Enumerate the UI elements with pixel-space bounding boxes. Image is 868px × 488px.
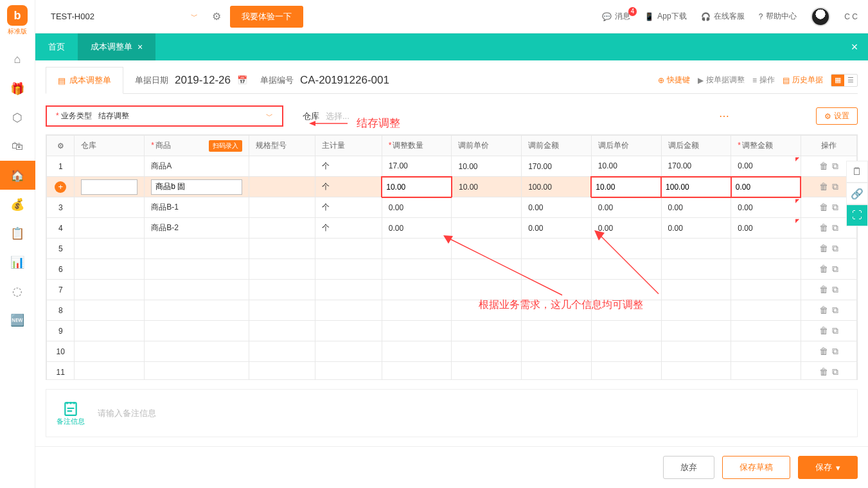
more-icon[interactable]: ⋯ — [719, 110, 729, 122]
copy-icon[interactable]: ⧉ — [832, 222, 838, 233]
delete-icon[interactable]: 🗑 — [819, 346, 828, 356]
chevron-down-icon: ﹀ — [266, 111, 273, 121]
messages-link[interactable]: 💬 消息 4 — [602, 11, 630, 22]
col-spec: 规格型号 — [249, 136, 315, 156]
copy-icon[interactable]: ⧉ — [832, 181, 838, 192]
note-section: 备注信息 请输入备注信息 — [46, 389, 858, 437]
business-type-select[interactable]: * 业务类型 结存调整 ﹀ — [46, 105, 283, 127]
table-row[interactable]: 6🗑⧉ — [47, 259, 857, 280]
nav-house-icon[interactable]: ⬡ — [0, 103, 35, 132]
copy-icon[interactable]: ⧉ — [832, 284, 838, 294]
org-selector[interactable]: TEST-H002 ﹀ — [46, 7, 203, 26]
calendar-icon[interactable]: 📅 — [237, 75, 247, 85]
view-toggle[interactable]: ▦☰ — [831, 74, 858, 87]
col-unit: 主计量 — [315, 136, 382, 156]
gear-header[interactable]: ⚙ — [47, 136, 75, 156]
copy-icon[interactable]: ⧉ — [832, 366, 838, 377]
app-download-link[interactable]: 📱 App下载 — [644, 11, 686, 22]
warehouse-input[interactable] — [81, 179, 137, 195]
experience-button[interactable]: 我要体验一下 — [230, 6, 303, 28]
copy-icon[interactable]: ⧉ — [832, 161, 838, 171]
delete-icon[interactable]: 🗑 — [819, 325, 828, 336]
rs-expand-icon[interactable]: ⛶ — [846, 204, 868, 226]
delete-icon[interactable]: 🗑 — [819, 161, 828, 171]
customer-service-link[interactable]: 🎧 在线客服 — [701, 11, 745, 22]
post-price-input[interactable] — [592, 178, 660, 196]
qty-input[interactable] — [382, 178, 451, 196]
doc-no-label: 单据编号 — [260, 75, 294, 86]
settings-button[interactable]: ⚙设置 — [816, 107, 858, 125]
history-action[interactable]: ▤历史单据 — [783, 75, 823, 86]
document-header: ▤ 成本调整单 单据日期 2019-12-26 📅 单据编号 CA-201912… — [46, 67, 858, 94]
gear-icon[interactable]: ⚙ — [212, 10, 221, 23]
brand-edition: 标准版 — [8, 27, 27, 36]
svg-marker-1 — [309, 121, 315, 126]
message-badge: 4 — [628, 7, 637, 16]
doc-date[interactable]: 2019-12-26 — [175, 74, 231, 87]
copy-icon[interactable]: ⧉ — [832, 305, 838, 315]
table-row[interactable]: 5🗑⧉ — [47, 239, 857, 259]
delete-icon[interactable]: 🗑 — [819, 264, 828, 274]
nav-cycle-icon[interactable]: ◌ — [0, 276, 35, 305]
copy-icon[interactable]: ⧉ — [832, 202, 838, 212]
single-adjust-action[interactable]: ▶按单据调整 — [698, 75, 745, 86]
add-row-button[interactable]: + — [55, 181, 66, 193]
post-amt-input[interactable] — [662, 178, 731, 196]
discard-button[interactable]: 放弃 — [663, 456, 714, 479]
annotation-1: 结存调整 — [309, 116, 400, 131]
delete-icon[interactable]: 🗑 — [819, 305, 828, 315]
delete-icon[interactable]: 🗑 — [819, 243, 828, 253]
nav-report-icon[interactable]: 📊 — [0, 248, 35, 276]
chevron-down-icon: ▾ — [836, 463, 840, 473]
delete-icon[interactable]: 🗑 — [819, 284, 828, 294]
scan-button[interactable]: 扫码录入 — [209, 140, 242, 152]
hotkey-action[interactable]: ⊕快捷键 — [658, 75, 690, 86]
delete-icon[interactable]: 🗑 — [819, 366, 828, 377]
table-row[interactable]: 4商品B-2个0.000.000.000.00◤0.00🗑⧉ — [47, 218, 857, 239]
rs-note-icon[interactable]: 🗒 — [846, 161, 868, 183]
delete-icon[interactable]: 🗑 — [819, 222, 828, 233]
table-row[interactable]: 3商品B-1个0.000.000.000.00◤0.00🗑⧉ — [47, 197, 857, 218]
col-pre-price: 调前单价 — [452, 136, 522, 156]
nav-new-icon[interactable]: 🆕 — [0, 305, 35, 334]
save-draft-button[interactable]: 保存草稿 — [722, 456, 790, 479]
doc-type-tab[interactable]: ▤ 成本调整单 — [46, 67, 123, 94]
help-icon: ? — [759, 12, 763, 21]
col-post-amt: 调后金额 — [661, 136, 731, 156]
copy-icon[interactable]: ⧉ — [832, 243, 838, 253]
table-row[interactable]: +个10.00100.00🗑⧉ — [47, 177, 857, 197]
nav-bag-icon[interactable]: 🛍 — [0, 132, 35, 161]
avatar[interactable] — [811, 7, 830, 26]
brand-logo: b — [7, 5, 28, 26]
org-name: TEST-H002 — [51, 12, 94, 21]
copy-icon[interactable]: ⧉ — [832, 264, 838, 274]
operation-action[interactable]: ≡操作 — [752, 75, 775, 86]
table-row[interactable]: 7🗑⧉ — [47, 280, 857, 300]
table-row[interactable]: 8🗑⧉ — [47, 300, 857, 321]
copy-icon[interactable]: ⧉ — [832, 325, 838, 336]
note-input[interactable]: 请输入备注信息 — [98, 408, 156, 419]
close-icon[interactable]: × — [137, 42, 143, 52]
delete-icon[interactable]: 🗑 — [819, 181, 828, 192]
delete-icon[interactable]: 🗑 — [819, 202, 828, 212]
table-row[interactable]: 10🗑⧉ — [47, 341, 857, 362]
nav-warehouse-icon[interactable]: 🏠 — [0, 161, 35, 190]
nav-gift-icon[interactable]: 🎁 — [0, 74, 35, 103]
tab-cost-adjust[interactable]: 成本调整单× — [78, 33, 155, 60]
table-row[interactable]: 9🗑⧉ — [47, 321, 857, 341]
table-row[interactable]: 11🗑⧉ — [47, 362, 857, 381]
doc-no: CA-20191226-001 — [300, 74, 389, 87]
save-button[interactable]: 保存▾ — [798, 456, 858, 479]
tab-home[interactable]: 首页 — [35, 33, 78, 60]
rs-link-icon[interactable]: 🔗 — [846, 183, 868, 204]
nav-clipboard-icon[interactable]: 📋 — [0, 219, 35, 248]
copy-icon[interactable]: ⧉ — [832, 346, 838, 356]
product-input[interactable] — [151, 179, 242, 195]
help-center-link[interactable]: ? 帮助中心 — [759, 11, 797, 22]
adj-amt-input[interactable] — [732, 178, 801, 196]
doc-date-label: 单据日期 — [135, 75, 168, 86]
nav-home-icon[interactable]: ⌂ — [0, 45, 35, 74]
tabbar-close-button[interactable]: × — [841, 33, 868, 60]
nav-money-icon[interactable]: 💰 — [0, 190, 35, 219]
table-row[interactable]: 1商品A个17.0010.00170.0010.00170.00◤0.00🗑⧉ — [47, 156, 857, 177]
